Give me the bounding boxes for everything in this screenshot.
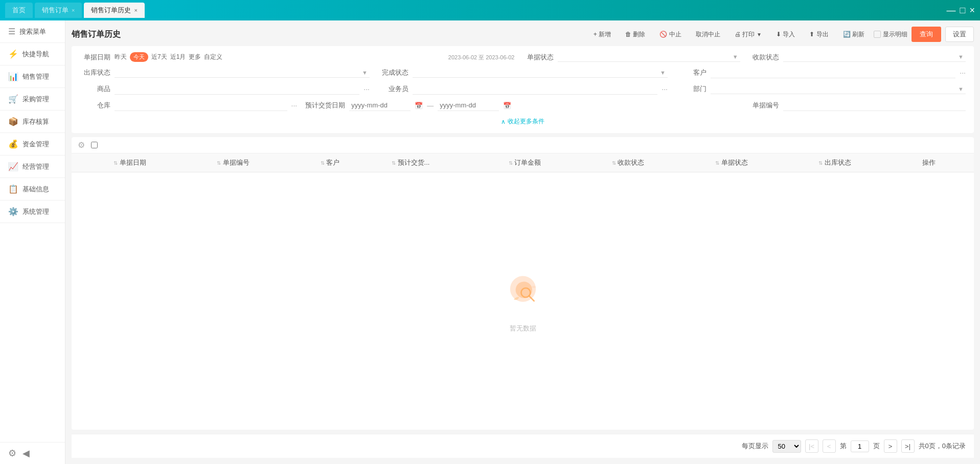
calendar-icon-from[interactable]: 📅 bbox=[415, 102, 423, 109]
tab-sales-order-history[interactable]: 销售订单历史 × bbox=[84, 3, 144, 18]
sidebar-settings-icon[interactable]: ⚙ bbox=[8, 448, 16, 459]
salesperson-label: 业务员 bbox=[378, 84, 408, 94]
sidebar-item-operation[interactable]: 📈 经营管理 bbox=[0, 156, 65, 178]
sidebar-item-finance[interactable]: 💰 资金管理 bbox=[0, 133, 65, 156]
stop-button[interactable]: 🚫 中止 bbox=[654, 28, 686, 41]
import-button[interactable]: ⬇ 导入 bbox=[771, 28, 800, 41]
basic-info-icon: 📋 bbox=[8, 184, 18, 194]
delivery-status-select[interactable]: ▼ bbox=[115, 68, 370, 78]
warehouse-label: 仓库 bbox=[80, 101, 110, 110]
salesperson-input[interactable] bbox=[413, 83, 657, 95]
sidebar-item-label: 资金管理 bbox=[22, 140, 49, 149]
sidebar-item-inventory[interactable]: 📦 库存核算 bbox=[0, 111, 65, 133]
warehouse-input[interactable] bbox=[115, 100, 287, 111]
customer-input[interactable] bbox=[711, 67, 955, 78]
th-order-status[interactable]: ⇅ 单据状态 bbox=[710, 153, 813, 172]
sidebar-item-search-menu[interactable]: ☰ 搜索菜单 bbox=[0, 20, 65, 43]
prev-page-btn[interactable]: < bbox=[823, 439, 836, 453]
date-option-today[interactable]: 今天 bbox=[130, 52, 148, 62]
department-select[interactable]: ▼ bbox=[711, 84, 966, 94]
sidebar-bottom: ⚙ ◀ bbox=[0, 442, 65, 464]
per-page-select[interactable]: 50 10 20 100 bbox=[772, 440, 801, 453]
sales-mgmt-icon: 📊 bbox=[8, 72, 18, 81]
department-label: 部门 bbox=[676, 84, 706, 94]
sidebar-collapse-icon[interactable]: ◀ bbox=[22, 448, 30, 459]
complete-chevron: ▼ bbox=[660, 70, 666, 76]
date-option-7days[interactable]: 近7天 bbox=[151, 53, 167, 61]
maximize-btn[interactable]: □ bbox=[960, 5, 966, 16]
order-status-select[interactable]: ▼ bbox=[558, 52, 740, 62]
tab-close-sales-order[interactable]: × bbox=[72, 7, 75, 13]
table-container: ⚙ ⇅ 单据日期 ⇅ bbox=[72, 137, 974, 430]
sidebar-item-label: 快捷导航 bbox=[22, 50, 49, 59]
export-button[interactable]: ⬆ 导出 bbox=[804, 28, 833, 41]
warehouse-more-icon[interactable]: ··· bbox=[291, 101, 298, 109]
collapse-row[interactable]: ∧ 收起更多条件 bbox=[80, 116, 966, 127]
select-all-checkbox[interactable] bbox=[91, 142, 98, 148]
sidebar-item-sales-mgmt[interactable]: 📊 销售管理 bbox=[0, 65, 65, 88]
tab-home[interactable]: 首页 bbox=[5, 3, 33, 18]
refresh-button[interactable]: 🔄 刷新 bbox=[838, 28, 870, 41]
data-table: ⇅ 单据日期 ⇅ 单据编号 ⇅ 客户 bbox=[72, 153, 974, 172]
query-button[interactable]: 查询 bbox=[911, 27, 941, 42]
customer-more-icon[interactable]: ··· bbox=[960, 69, 966, 77]
th-delivery-sort-icon: ⇅ bbox=[818, 160, 823, 166]
th-customer[interactable]: ⇅ 客户 bbox=[315, 153, 386, 172]
sidebar-item-label: 系统管理 bbox=[22, 207, 49, 216]
goods-input[interactable] bbox=[115, 83, 359, 95]
sidebar-item-system-mgmt[interactable]: ⚙️ 系统管理 bbox=[0, 201, 65, 223]
complete-status-select[interactable]: ▼ bbox=[413, 68, 668, 78]
tab-close-history[interactable]: × bbox=[134, 7, 137, 13]
settings-button[interactable]: 设置 bbox=[945, 27, 974, 42]
date-option-yesterday[interactable]: 昨天 bbox=[115, 53, 127, 61]
sidebar: ☰ 搜索菜单 ⚡ 快捷导航 📊 销售管理 🛒 采购管理 📦 库存核算 💰 资金管… bbox=[0, 20, 65, 464]
new-button[interactable]: + 新增 bbox=[588, 28, 616, 41]
calendar-icon-to[interactable]: 📅 bbox=[503, 102, 511, 109]
date-separator: — bbox=[427, 102, 434, 109]
th-operation: 操作 bbox=[917, 153, 974, 172]
page-suffix-label: 页 bbox=[873, 441, 880, 451]
show-detail-label[interactable]: 显示明细 bbox=[874, 30, 907, 39]
filter-row-2: 出库状态 ▼ 完成状态 ▼ 客户 bbox=[80, 67, 966, 78]
sidebar-item-label: 库存核算 bbox=[22, 117, 49, 126]
th-check bbox=[90, 153, 108, 172]
sidebar-item-basic-info[interactable]: 📋 基础信息 bbox=[0, 178, 65, 201]
th-amount[interactable]: ⇅ 订单金额 bbox=[504, 153, 607, 172]
date-range-options: 昨天 今天 近7天 近1月 更多 自定义 bbox=[115, 52, 440, 62]
filter-salesperson: 业务员 ··· bbox=[378, 83, 668, 95]
payment-status-select[interactable]: ▼ bbox=[783, 52, 966, 62]
table-settings-icon[interactable]: ⚙ bbox=[78, 140, 85, 150]
first-page-btn[interactable]: |< bbox=[805, 439, 818, 453]
th-date[interactable]: ⇅ 单据日期 bbox=[108, 153, 212, 172]
date-option-more[interactable]: 更多 bbox=[189, 53, 201, 61]
page-number-input[interactable] bbox=[851, 440, 869, 452]
th-number[interactable]: ⇅ 单据编号 bbox=[212, 153, 315, 172]
minimize-btn[interactable]: — bbox=[947, 5, 956, 16]
order-number-input[interactable] bbox=[783, 100, 966, 111]
goods-label: 商品 bbox=[80, 84, 110, 94]
collapse-label: 收起更多条件 bbox=[508, 117, 544, 126]
date-option-1month[interactable]: 近1月 bbox=[170, 53, 186, 61]
expected-delivery-label: 预计交货日期 bbox=[305, 101, 345, 110]
operation-icon: 📈 bbox=[8, 162, 18, 171]
th-payment-status[interactable]: ⇅ 收款状态 bbox=[607, 153, 710, 172]
filter-order-number: 单据编号 bbox=[748, 100, 966, 111]
print-button[interactable]: 🖨 打印 ▼ bbox=[730, 28, 767, 41]
delivery-date-from[interactable] bbox=[349, 100, 411, 111]
date-option-custom[interactable]: 自定义 bbox=[204, 53, 222, 61]
salesperson-more-icon[interactable]: ··· bbox=[662, 85, 668, 93]
last-page-btn[interactable]: >| bbox=[901, 439, 915, 453]
th-expected[interactable]: ⇅ 预计交货... bbox=[386, 153, 504, 172]
cancel-stop-button[interactable]: 取消中止 bbox=[691, 28, 725, 41]
delivery-date-to[interactable] bbox=[438, 100, 499, 111]
delete-button[interactable]: 🗑 删除 bbox=[620, 28, 650, 41]
tab-sales-order[interactable]: 销售订单 × bbox=[35, 3, 82, 18]
th-delivery-status[interactable]: ⇅ 出库状态 bbox=[813, 153, 917, 172]
sidebar-item-purchase-mgmt[interactable]: 🛒 采购管理 bbox=[0, 88, 65, 111]
table-header-row: ⇅ 单据日期 ⇅ 单据编号 ⇅ 客户 bbox=[72, 153, 974, 172]
next-page-btn[interactable]: > bbox=[884, 439, 897, 453]
sidebar-item-quick-nav[interactable]: ⚡ 快捷导航 bbox=[0, 43, 65, 65]
goods-more-icon[interactable]: ··· bbox=[363, 85, 370, 93]
close-btn[interactable]: × bbox=[969, 5, 975, 16]
show-detail-checkbox[interactable] bbox=[874, 31, 881, 38]
